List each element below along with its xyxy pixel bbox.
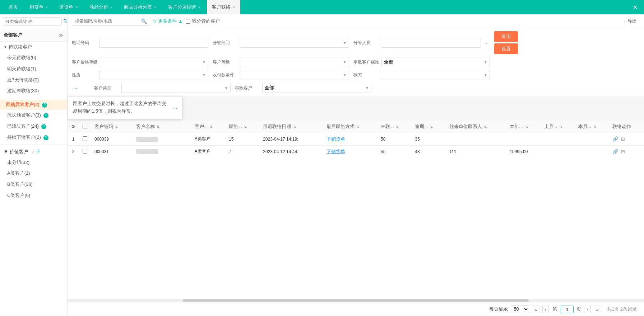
row4-dots[interactable]: ··· [72,85,79,91]
col-this-month-sort[interactable]: ⇅ [593,125,596,129]
row1-last-method[interactable]: 下销货单 [323,133,377,145]
sidebar-search-icon[interactable]: 🔍 [63,19,68,24]
nav-analysis-tab[interactable]: 商品分析 × [84,0,117,14]
nav-customer-contact-tab[interactable]: 客户联络 × [207,0,240,14]
purchase-tab-close[interactable]: × [75,5,78,9]
row2-grid-icon[interactable]: ⊞ [621,149,625,154]
person-dots[interactable]: ··· [483,40,490,46]
nav-sales-tab[interactable]: 销货单 × [24,0,53,14]
col-not-contact[interactable]: 未联... ⇅ [377,121,411,133]
phone-input[interactable] [99,38,208,48]
current-page-input[interactable] [561,306,574,313]
col-this-year-sort[interactable]: ⇅ [525,125,528,129]
lost-customers-info-icon[interactable]: ? [41,124,46,129]
sidebar-a-class[interactable]: A类客户(1) [0,168,67,179]
customer-contact-tab-close[interactable]: × [233,5,235,9]
sidebar-7days-pending[interactable]: 近7天待联络(0) [0,75,67,86]
price-level-select[interactable]: ▼ [100,57,208,67]
value-check-icon[interactable]: ☑ [36,149,41,154]
nav-purchase-tab[interactable]: 进货单 × [54,0,83,14]
main-search-input[interactable] [75,19,140,24]
lost-warning-info-icon[interactable]: ? [43,113,48,118]
sidebar-declining-customers[interactable]: 持续下滑客户(2) ? [0,132,67,143]
customer-mgmt-tab-close[interactable]: × [198,5,200,9]
row2-last-method-link[interactable]: 下销货单 [326,149,345,154]
repurchase-info-icon[interactable]: ? [42,103,47,108]
export-button[interactable]: ↑ 导出 [621,16,640,26]
sales-tab-close[interactable]: × [46,5,48,9]
main-search-icon[interactable]: 🔍 [141,19,147,24]
col-contact-sort[interactable]: ⇅ [244,125,247,129]
customer-level-select[interactable]: ▼ [240,57,349,67]
sidebar-ungroup[interactable]: 未分组(32) [0,157,67,168]
next-page-button[interactable]: › [584,306,590,313]
sidebar-tomorrow-pending[interactable]: 明天待联络(1) [0,63,67,75]
sidebar-c-class[interactable]: C类客户(6) [0,190,67,201]
col-last-month-sort[interactable]: ⇅ [559,125,562,129]
analysis-list-tab-close[interactable]: × [154,5,156,9]
col-settings[interactable]: ⚙ [68,121,79,133]
col-last-month[interactable]: 上月... ⇅ [541,121,575,133]
col-last-method[interactable]: 最后联络方式 ⇅ [323,121,377,133]
col-category-sort[interactable]: ⇅ [210,125,213,129]
sidebar-lost-warning[interactable]: 流失预警客户(3) ? [0,110,67,121]
sidebar-value-section[interactable]: ▼ 价值客户 ○ ☑ [0,146,67,157]
row2-link-icon[interactable]: 🔗 [612,149,618,154]
horizontal-scrollbar[interactable] [68,299,644,302]
settings-button[interactable]: 设置 [494,43,518,54]
col-overdue[interactable]: 逾期... ⇅ [411,121,445,133]
sidebar-repurchase-anomaly[interactable]: 回购异常客户(2) ? [0,100,67,110]
col-last-date-sort[interactable]: ⇅ [293,125,296,129]
col-code[interactable]: 客户编码 ⇅ [91,121,133,133]
col-past-contacts[interactable]: 往来单位联系人 ⇅ [446,121,506,133]
status-select[interactable]: ▼ [381,70,490,80]
per-page-select[interactable]: 50 100 200 [511,305,529,313]
row1-grid-icon[interactable]: ⊞ [621,136,625,142]
last-page-button[interactable]: » [594,306,601,313]
col-last-date[interactable]: 最后联络日期 ⇅ [259,121,323,133]
col-last-method-sort[interactable]: ⇅ [356,125,359,129]
nav-home-tab[interactable]: 首页 [4,0,23,14]
query-button[interactable]: 查询 [494,31,518,42]
col-code-sort[interactable]: ⇅ [115,125,118,129]
row2-checkbox[interactable] [83,149,87,154]
dept-select[interactable]: ▼ [240,38,349,48]
col-past-contacts-sort[interactable]: ⇅ [484,125,487,129]
value-circle-icon[interactable]: ○ [31,149,34,154]
sidebar-search-input[interactable] [3,17,62,26]
col-checkbox-header[interactable] [79,121,91,133]
customer-type-select[interactable]: ▼ [121,83,231,93]
sidebar-collapse-icon[interactable]: ≫ [59,33,64,38]
row1-last-method-link[interactable]: 下销货单 [326,136,345,142]
nav-customer-mgmt-tab[interactable]: 客户分层经营 × [163,0,205,14]
col-this-year[interactable]: 本年... ⇅ [506,121,540,133]
declining-info-icon[interactable]: ? [43,135,48,140]
first-page-button[interactable]: « [532,306,539,313]
row2-last-method[interactable]: 下销货单 [323,145,377,158]
col-category[interactable]: 客户... ⇅ [191,121,225,133]
row1-checkbox[interactable] [83,136,87,141]
sidebar-lost-customers[interactable]: 已流失客户(24) ? [0,121,67,132]
col-contact[interactable]: 联络... ⇅ [225,121,259,133]
sidebar-pending-section[interactable]: ▼ 待联络客户 [0,42,67,52]
payment-select[interactable]: ▼ [240,70,349,80]
scatter2-select[interactable]: 全部 ▼ [262,83,371,93]
my-customers-checkbox[interactable] [186,19,190,24]
scatter-attr-select[interactable]: 全部 ▼ [381,57,490,67]
tooltip-dots[interactable]: ... [173,104,177,111]
col-this-month[interactable]: 本月... ⇅ [575,121,609,133]
sidebar-all-customers-header[interactable]: 全部客户 ≫ [0,29,67,42]
col-name-sort[interactable]: ⇅ [157,125,159,129]
window-close-button[interactable]: ✕ [630,3,640,12]
sidebar-b-class[interactable]: B类客户(33) [0,179,67,190]
col-name[interactable]: 客户名称 ⇅ [133,121,191,133]
row1-link-icon[interactable]: 🔗 [612,136,618,142]
gender-select[interactable]: ▼ [99,70,208,80]
nav-analysis-list-tab[interactable]: 商品分析列表 × [119,0,161,14]
col-overdue-sort[interactable]: ⇅ [430,125,433,129]
scroll-thumb[interactable] [183,299,529,302]
col-not-contact-sort[interactable]: ⇅ [396,125,399,129]
table-settings-icon[interactable]: ⚙ [71,124,75,129]
more-conditions-button[interactable]: ▽ 更多条件 ▲ [153,18,183,24]
person-input[interactable] [381,38,481,48]
